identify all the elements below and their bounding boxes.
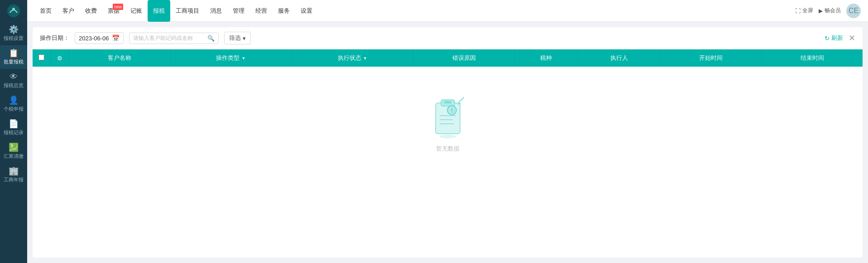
member-btn[interactable]: ▶ 畅会员: [819, 7, 841, 15]
nav-baoshui[interactable]: 报税: [148, 0, 170, 22]
baoshuishezhi-icon: ⚙️: [9, 25, 19, 34]
sidebar-item-label: 个税申报: [4, 106, 24, 112]
sidebar-item-label: 报税记录: [4, 129, 24, 136]
th-gear: ⚙: [51, 49, 69, 67]
table-container[interactable]: ⚙ 客户名称 操作类型 执行状态: [33, 49, 863, 258]
close-button[interactable]: ✕: [849, 34, 855, 42]
th-checkbox: [33, 49, 51, 67]
select-all-checkbox[interactable]: [38, 54, 44, 60]
sidebar-item-huisuanqingshu[interactable]: 💹 汇算清缴: [0, 140, 27, 163]
huisuanqingshu-icon: 💹: [9, 143, 19, 151]
piliangbaoshui-icon: 📋: [9, 49, 19, 57]
calendar-icon: 📅: [112, 34, 120, 42]
svg-text:!: !: [451, 107, 452, 114]
th-errorreason: 错误原因: [413, 49, 514, 67]
sidebar-item-piliangbaoshui[interactable]: 📋 批量报税: [0, 45, 27, 69]
svg-line-10: [459, 97, 464, 102]
toolbar: 操作日期： 2023-06-06 📅 🔍 筛选 ▾ ↻ 刷新: [33, 27, 863, 49]
sidebar-item-label: 报税总览: [4, 82, 24, 89]
baoshuizonglan-icon: 👁: [10, 73, 18, 81]
th-taxtype: 税种: [515, 49, 578, 67]
fullscreen-btn[interactable]: ⛶ 全屏: [795, 7, 813, 15]
svg-point-1: [12, 8, 15, 10]
nav-piao[interactable]: 票据 new: [102, 0, 125, 22]
filter-button[interactable]: 筛选 ▾: [224, 32, 251, 44]
th-status[interactable]: 执行状态: [292, 49, 413, 67]
th-executor: 执行人: [578, 49, 660, 67]
chevron-down-icon: ▾: [243, 35, 246, 42]
sidebar-item-label: 工商年报: [4, 176, 24, 183]
empty-illustration: !: [427, 94, 468, 139]
sidebar-item-baoshuishezhi[interactable]: ⚙️ 报税设置: [0, 22, 27, 45]
filter-label: 筛选: [229, 34, 241, 42]
sidebar-item-label: 批量报税: [4, 58, 24, 65]
date-picker[interactable]: 2023-06-06 📅: [75, 32, 124, 44]
svg-rect-4: [444, 101, 451, 103]
svg-point-12: [440, 135, 456, 138]
content-panel: 操作日期： 2023-06-06 📅 🔍 筛选 ▾ ↻ 刷新: [33, 27, 863, 258]
nav-jizhang[interactable]: 记账: [125, 0, 148, 22]
refresh-button[interactable]: ↻ 刷新: [825, 34, 843, 42]
avatar[interactable]: CE: [846, 4, 861, 18]
nav-home[interactable]: 首页: [34, 0, 57, 22]
toolbar-right: ↻ 刷新 ✕: [825, 34, 855, 42]
nav-customer[interactable]: 客户: [57, 0, 80, 22]
baoshujilu-icon: 📄: [9, 120, 19, 128]
fullscreen-icon: ⛶: [795, 8, 801, 14]
nav-gongshang[interactable]: 工商项目: [170, 0, 205, 22]
empty-text: 暂无数据: [436, 145, 460, 153]
sidebar-item-geshui[interactable]: 👤 个税申报: [0, 93, 27, 116]
nav-shezhi[interactable]: 设置: [295, 0, 318, 22]
content: 操作日期： 2023-06-06 📅 🔍 筛选 ▾ ↻ 刷新: [27, 22, 868, 263]
sidebar-item-baoshuizonglan[interactable]: 👁 报税总览: [0, 69, 27, 93]
th-starttime: 开始时间: [660, 49, 762, 67]
search-icon: 🔍: [207, 35, 215, 42]
topnav: 首页 客户 收费 票据 new 记账 报税 工商项目 消息 管理 经营: [27, 0, 868, 22]
new-badge: new: [113, 4, 123, 10]
th-name: 客户名称: [69, 49, 170, 67]
topnav-right: ⛶ 全屏 ▶ 畅会员 CE: [795, 4, 861, 18]
date-value: 2023-06-06: [79, 35, 109, 42]
search-input[interactable]: [133, 35, 206, 41]
sidebar-item-gongshangnianabao[interactable]: 🏢 工商年报: [0, 163, 27, 187]
sidebar-item-label: 汇算清缴: [4, 153, 24, 160]
date-label: 操作日期：: [40, 34, 69, 42]
svg-point-0: [7, 5, 20, 17]
sidebar: ⚙️ 报税设置 📋 批量报税 👁 报税总览 👤 个税申报 📄 报税记录 💹 汇算…: [0, 0, 27, 263]
search-box: 🔍: [129, 33, 219, 44]
main-area: 首页 客户 收费 票据 new 记账 报税 工商项目 消息 管理 经营: [27, 0, 868, 263]
nav-shoufei[interactable]: 收费: [80, 0, 102, 22]
video-icon: ▶: [819, 8, 823, 14]
sidebar-logo: [0, 0, 27, 22]
nav-fuwu[interactable]: 服务: [273, 0, 295, 22]
nav-jingying[interactable]: 经营: [250, 0, 273, 22]
nav-guanli[interactable]: 管理: [227, 0, 250, 22]
nav-xiaoxi[interactable]: 消息: [205, 0, 227, 22]
sidebar-item-baoshujilu[interactable]: 📄 报税记录: [0, 116, 27, 140]
gongshangnianabao-icon: 🏢: [9, 167, 19, 175]
data-table: ⚙ 客户名称 操作类型 执行状态: [33, 49, 863, 180]
th-optype[interactable]: 操作类型: [170, 49, 292, 67]
geshui-icon: 👤: [9, 96, 19, 104]
sidebar-item-label: 报税设置: [4, 35, 24, 42]
th-endtime: 结束时间: [762, 49, 863, 67]
empty-state: ! 暂无数据: [33, 67, 863, 180]
refresh-icon: ↻: [825, 35, 830, 42]
gear-icon[interactable]: ⚙: [57, 55, 62, 62]
